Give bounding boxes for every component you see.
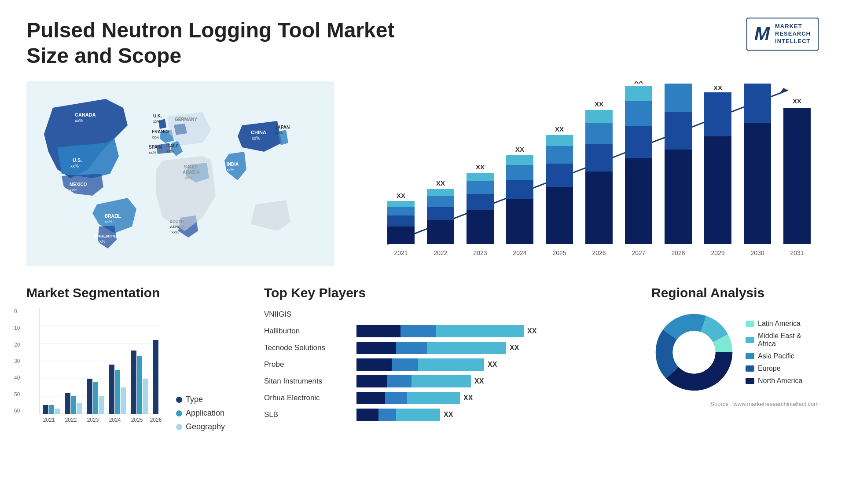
key-players-title: Top Key Players	[264, 285, 634, 300]
legend-asia-pacific: Asia Pacific	[746, 352, 819, 360]
player-row-probe: Probe XX	[264, 358, 634, 371]
svg-rect-82	[704, 136, 731, 244]
svg-rect-59	[546, 187, 573, 244]
svg-rect-87	[744, 84, 771, 123]
legend-color-asia-pacific	[746, 353, 754, 359]
legend-color-latin-america	[746, 321, 754, 327]
player-bar-vniigis	[356, 308, 634, 321]
svg-text:2031: 2031	[790, 249, 804, 256]
player-name-halliburton: Halliburton	[264, 327, 352, 336]
player-name-slb: SLB	[264, 410, 352, 419]
svg-rect-101	[49, 405, 54, 414]
svg-text:2024: 2024	[109, 417, 121, 423]
svg-rect-65	[585, 172, 613, 244]
player-val-slb: XX	[444, 411, 453, 419]
svg-text:XX: XX	[515, 146, 524, 153]
svg-rect-79	[665, 84, 692, 112]
player-row-sitan: Sitan Instruments XX	[264, 375, 634, 387]
legend-label-middle-east: Middle East & Africa	[758, 332, 819, 348]
svg-rect-104	[71, 396, 76, 414]
svg-text:xx%: xx%	[70, 164, 79, 168]
svg-rect-109	[109, 365, 114, 414]
map-container: CANADA xx% U.S. xx% MEXICO xx% BRAZIL xx…	[26, 81, 334, 268]
svg-text:2030: 2030	[750, 249, 764, 256]
svg-text:xx%: xx%	[172, 230, 179, 234]
players-chart: VNIIGIS Halliburton XX	[264, 308, 634, 421]
svg-rect-44	[427, 189, 454, 196]
svg-text:2024: 2024	[513, 249, 526, 256]
legend-label-latin-america: Latin America	[758, 320, 801, 328]
logo-text: MARKET RESEARCH INTELLECT	[775, 23, 811, 45]
svg-rect-105	[77, 403, 82, 414]
seg-y-labels: 60 50 40 30 20 10 0	[14, 308, 20, 414]
segmentation-legend: Type Application Geography	[176, 391, 225, 431]
regional-title: Regional Analysis	[651, 285, 819, 300]
svg-text:xx%: xx%	[275, 131, 283, 135]
svg-text:2022: 2022	[65, 417, 77, 423]
svg-rect-50	[467, 173, 494, 181]
player-bar-slb: XX	[356, 409, 634, 421]
svg-text:XX: XX	[436, 179, 445, 187]
svg-point-128	[672, 331, 715, 374]
svg-text:2026: 2026	[150, 417, 162, 423]
svg-text:2026: 2026	[592, 249, 606, 256]
svg-text:ITALY: ITALY	[166, 143, 179, 148]
player-bar-orhua: XX	[356, 392, 634, 404]
svg-text:2021: 2021	[394, 249, 408, 256]
svg-rect-48	[467, 194, 494, 210]
svg-rect-112	[131, 351, 136, 414]
svg-rect-49	[467, 181, 494, 194]
svg-rect-111	[121, 387, 126, 414]
svg-text:XX: XX	[793, 97, 801, 105]
svg-text:2027: 2027	[632, 249, 645, 256]
svg-rect-114	[143, 379, 148, 414]
svg-rect-68	[585, 110, 613, 123]
svg-rect-38	[387, 201, 415, 207]
legend-geography: Geography	[176, 422, 225, 431]
svg-rect-61	[546, 146, 573, 164]
svg-rect-54	[506, 180, 533, 199]
svg-text:xx%: xx%	[75, 118, 83, 123]
player-row-halliburton: Halliburton XX	[264, 325, 634, 337]
logo-letter: M	[754, 23, 770, 44]
svg-rect-37	[387, 207, 415, 215]
svg-text:U.S.: U.S.	[73, 157, 82, 163]
svg-text:xx%: xx%	[98, 239, 105, 244]
svg-text:2025: 2025	[552, 249, 566, 256]
svg-text:xx%: xx%	[153, 119, 161, 124]
svg-rect-103	[65, 393, 70, 414]
player-bar-sitan: XX	[356, 375, 634, 387]
svg-text:BRAZIL: BRAZIL	[105, 214, 121, 219]
top-section: CANADA xx% U.S. xx% MEXICO xx% BRAZIL xx…	[26, 81, 819, 268]
player-row-orhua: Orhua Electronic XX	[264, 392, 634, 404]
donut-legend: Latin America Middle East & Africa Asia …	[746, 320, 819, 385]
svg-rect-56	[506, 155, 533, 165]
svg-rect-53	[506, 199, 533, 244]
svg-rect-66	[585, 144, 613, 172]
player-name-sitan: Sitan Instruments	[264, 377, 352, 386]
svg-rect-60	[546, 164, 573, 187]
svg-rect-62	[546, 135, 573, 146]
legend-dot-geography	[176, 424, 182, 430]
svg-text:XX: XX	[555, 125, 564, 133]
legend-europe: Europe	[746, 365, 819, 373]
legend-dot-type	[176, 397, 182, 403]
svg-text:xx%: xx%	[149, 150, 156, 155]
svg-text:INDIA: INDIA	[227, 162, 239, 167]
player-name-orhua: Orhua Electronic	[264, 394, 352, 402]
svg-rect-55	[506, 165, 533, 180]
svg-text:XX: XX	[713, 84, 722, 91]
svg-text:2028: 2028	[671, 249, 685, 256]
growth-chart: XX 2021 XX 2022 XX	[352, 81, 819, 266]
player-val-probe: XX	[488, 361, 497, 369]
svg-rect-86	[744, 123, 771, 244]
svg-text:2021: 2021	[43, 417, 55, 423]
growth-chart-svg: XX 2021 XX 2022 XX	[361, 81, 819, 266]
svg-rect-83	[704, 92, 731, 136]
svg-rect-67	[585, 123, 613, 144]
legend-color-middle-east	[746, 337, 754, 343]
segmentation-bar-chart: 60 50 40 30 20 10 0	[26, 308, 167, 431]
player-row-vniigis: VNIIGIS	[264, 308, 634, 321]
svg-rect-110	[115, 370, 120, 414]
player-val-orhua: XX	[463, 394, 473, 402]
